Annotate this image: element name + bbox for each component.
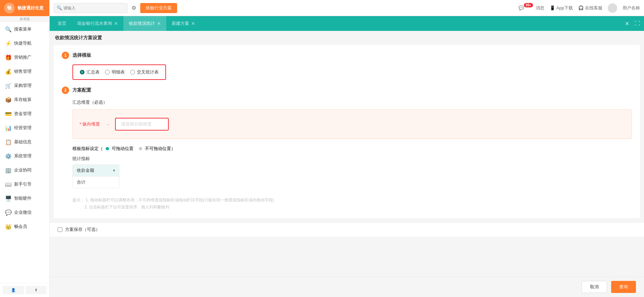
sidebar-item-enterprise[interactable]: 🏢 企业协同: [0, 163, 49, 177]
tips-section: 提示： 1. 拖动标题栏可以调整布局，不可跨维度或指标区域拖动栏目字段(只能在同…: [72, 197, 632, 210]
sidebar-badge: 标准版: [0, 16, 49, 22]
radio-detail[interactable]: 明细表: [105, 69, 125, 75]
metrics-config-row: 模板指标设定（ 可拖动位置 不可拖动位置）: [72, 146, 632, 152]
save-checkbox[interactable]: [58, 227, 62, 232]
sidebar-item-member[interactable]: 👑 畅会员: [0, 219, 49, 234]
query-button[interactable]: 查询: [611, 281, 636, 293]
sidebar-item-basic[interactable]: 📋 基础信息: [0, 135, 49, 149]
trial-button[interactable]: 体验行业方案: [140, 3, 177, 13]
sidebar-item-label: 采购管理: [14, 83, 32, 89]
wechat-icon: 💬: [5, 209, 11, 215]
sidebar-bottom-btn-a[interactable]: 👤: [3, 286, 24, 294]
radio-group: 汇总表 明细表 交叉统计表: [80, 69, 159, 75]
tab-home[interactable]: 首页: [52, 16, 72, 31]
tab-close-icon[interactable]: ✕: [191, 21, 195, 26]
sidebar-bottom-btn-b[interactable]: ⬆: [25, 286, 47, 294]
dimension-placeholder: 请选择分组维度: [121, 121, 152, 127]
radio-cross-input[interactable]: [130, 70, 135, 75]
logo-text: 畅捷通好生意: [17, 5, 44, 11]
service-icon: 🎧: [578, 5, 584, 10]
search-input[interactable]: [63, 6, 124, 10]
sidebar-item-marketing[interactable]: 🎁 营销推广: [0, 50, 49, 64]
header-search-box[interactable]: 🔍: [54, 3, 127, 13]
download-button[interactable]: 📱 App下载: [550, 5, 573, 11]
metrics-header[interactable]: 收款金额 ▾: [73, 165, 119, 177]
message-badge: 99+: [524, 3, 533, 7]
sidebar-item-search-menu[interactable]: 🔍 搜索菜单: [0, 22, 49, 36]
sidebar-item-guide[interactable]: 📖 新手引导: [0, 177, 49, 191]
maximize-icon[interactable]: ⛶: [633, 19, 641, 28]
sidebar: 畅 畅捷通好生意 标准版 🔍 搜索菜单 ⚡ 快捷导航 🎁 营销推广 💰 销售管理…: [0, 0, 50, 297]
finance-icon: 💳: [5, 111, 11, 117]
crown-icon: 👑: [5, 224, 11, 230]
sidebar-item-system[interactable]: ⚙️ 系统管理: [0, 149, 49, 163]
cancel-button[interactable]: 取消: [582, 281, 607, 293]
tab-label: 现金银行流水查询: [77, 20, 112, 27]
sidebar-item-hardware[interactable]: 🖥️ 智能硬件: [0, 191, 49, 205]
sidebar-item-label: 系统管理: [14, 153, 32, 159]
service-button[interactable]: 🎧 在线客服: [578, 5, 602, 11]
radio-cross-label: 交叉统计表: [137, 69, 159, 75]
radio-detail-input[interactable]: [105, 70, 110, 75]
sidebar-item-finance[interactable]: 💳 资金管理: [0, 107, 49, 121]
list-icon: 📋: [5, 139, 11, 145]
chevron-down-icon: ▾: [113, 168, 115, 173]
tip2: 2. 点击标题栏下拉可设置排序、插入列和删除列: [72, 204, 632, 210]
metrics-section: 模板指标设定（ 可拖动位置 不可拖动位置） 统计指标 收款金额 ▾ 合: [72, 146, 632, 189]
sidebar-item-purchase[interactable]: 🛒 采购管理: [0, 79, 49, 93]
sidebar-item-wechat[interactable]: 💬 企业微信: [0, 205, 49, 219]
tip1-text: 1. 拖动标题栏可以调整布局，不可跨维度或指标区域拖动栏目字段(只能在同一维度或…: [86, 198, 274, 202]
save-footer: 方案保存（可选）: [50, 222, 644, 237]
sidebar-item-operation[interactable]: 📊 经营管理: [0, 121, 49, 135]
download-icon: 📱: [550, 5, 555, 10]
message-icon: 💬: [519, 5, 524, 10]
sidebar-item-label: 新手引导: [14, 181, 32, 187]
metrics-section-label: 统计指标: [72, 156, 632, 162]
dimension-area: * 纵向维度 → 请选择分组维度: [72, 109, 632, 139]
tab-new-plan[interactable]: 新建方案 ✕: [166, 16, 201, 31]
tab-label: 新建方案: [172, 20, 189, 27]
chart-icon: 📊: [5, 125, 11, 131]
non-draggable-dot: [139, 147, 142, 150]
sidebar-item-inventory[interactable]: 📦 库存核算: [0, 93, 49, 107]
page-title: 收款情况统计方案设置: [50, 35, 644, 45]
sidebar-logo: 畅 畅捷通好生意: [0, 0, 49, 16]
main-content: 🔍 ⚙ 体验行业方案 💬 99+ 消息 📱 App下载 🎧 在线客服 用户名称: [50, 0, 644, 297]
sidebar-item-label: 营销推广: [14, 54, 32, 60]
radio-summary[interactable]: 汇总表: [80, 69, 100, 75]
tab-close-icon[interactable]: ✕: [157, 21, 161, 26]
dimension-select[interactable]: 请选择分组维度: [115, 118, 169, 131]
bottom-actions: 取消 查询: [50, 277, 644, 297]
tip1: 提示： 1. 拖动标题栏可以调整布局，不可跨维度或指标区域拖动栏目字段(只能在同…: [72, 197, 632, 203]
sidebar-item-label: 资金管理: [14, 111, 32, 117]
radio-summary-input[interactable]: [80, 70, 85, 75]
user-avatar[interactable]: [608, 3, 617, 13]
tab-close-icon[interactable]: ✕: [114, 21, 118, 26]
tab-receipt-stat[interactable]: 收款情况统计 ✕: [123, 16, 166, 31]
close-window-icon[interactable]: ✕: [624, 19, 631, 28]
sidebar-item-sales[interactable]: 💰 销售管理: [0, 64, 49, 79]
draggable-dot: [106, 147, 109, 150]
tab-bar: 首页 现金银行流水查询 ✕ 收款情况统计 ✕ 新建方案 ✕ ✕ ⛶: [50, 16, 644, 31]
non-draggable-label: 不可拖动位置）: [145, 146, 175, 152]
metrics-item-header: 收款金额: [77, 167, 94, 174]
metrics-config-label: 模板指标设定（: [72, 146, 103, 152]
book-icon: 📖: [5, 181, 11, 187]
service-label: 在线客服: [585, 5, 602, 11]
settings-icon[interactable]: ⚙: [131, 5, 136, 11]
gift-icon: 🎁: [5, 54, 11, 60]
metrics-body: 合计: [73, 177, 119, 188]
sidebar-item-label: 库存核算: [14, 97, 32, 103]
tip-label: 提示：: [72, 198, 85, 202]
search-icon: 🔍: [57, 5, 62, 10]
sidebar-item-quick-nav[interactable]: ⚡ 快捷导航: [0, 36, 49, 50]
tip2-text: 2. 点击标题栏下拉可设置排序、插入列和删除列: [72, 205, 169, 209]
radio-cross[interactable]: 交叉统计表: [130, 69, 159, 75]
message-button[interactable]: 💬 99+ 消息: [519, 5, 544, 11]
section2-num: 2: [62, 87, 69, 94]
section2-heading: 2 方案配置: [62, 87, 632, 94]
dimension-group-label: 汇总维度（必选）: [72, 99, 632, 105]
nav-icon: ⚡: [5, 40, 11, 46]
tab-bank-flow[interactable]: 现金银行流水查询 ✕: [72, 16, 123, 31]
hardware-icon: 🖥️: [5, 195, 11, 201]
